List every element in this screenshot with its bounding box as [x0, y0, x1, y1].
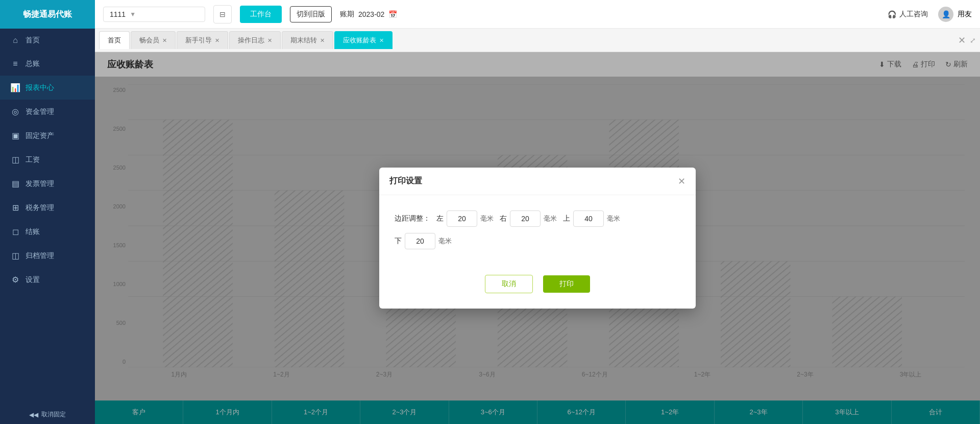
tab-guide-close[interactable]: ✕ [215, 37, 219, 44]
tabs-close-all-button[interactable]: ✕ [958, 35, 966, 46]
user-menu[interactable]: 👤 用友 [938, 7, 972, 22]
switch-version-button[interactable]: 切到旧版 [290, 6, 332, 22]
tab-guide[interactable]: 新手引导 ✕ [177, 31, 228, 49]
tabs-expand-button[interactable]: ⤢ [970, 36, 976, 44]
support-label: 人工咨询 [899, 10, 928, 19]
home-icon: ⌂ [10, 36, 20, 45]
company-dropdown-arrow: ▼ [130, 11, 136, 18]
tab-log-close[interactable]: ✕ [267, 37, 272, 44]
tab-period-end[interactable]: 期末结转 ✕ [282, 31, 333, 49]
tab-bar: 首页 畅会员 ✕ 新手引导 ✕ 操作日志 ✕ 期末结转 ✕ 应收账龄表 ✕ [95, 29, 980, 52]
copy-icon-btn[interactable]: ⊟ [213, 5, 232, 23]
workbench-button[interactable]: 工作台 [240, 6, 282, 23]
sidebar-logo: 畅捷通易代账 [0, 0, 95, 29]
user-name: 用友 [958, 10, 972, 19]
dialog-body: 边距调整： 左 毫米 右 毫米 [379, 195, 696, 265]
tabs-right-controls: ✕ ⤢ [958, 35, 976, 46]
sidebar-item-funds[interactable]: ◎ 资金管理 [0, 100, 95, 124]
tab-receivable-close[interactable]: ✕ [379, 37, 384, 44]
tab-vip-label: 畅会员 [139, 36, 159, 45]
left-dir-label: 左 [436, 214, 444, 223]
calendar-icon[interactable]: 📅 [388, 10, 397, 18]
right-dir-label: 右 [500, 214, 507, 223]
top-margin-group: 上 毫米 [563, 210, 620, 227]
company-name: 1111 [110, 10, 126, 18]
collapse-label: 取消固定 [41, 410, 66, 419]
archive-icon: ◫ [10, 251, 20, 261]
checkout-icon: ◻ [10, 227, 20, 237]
sidebar-item-label: 首页 [26, 36, 40, 45]
sidebar-item-label: 资金管理 [26, 107, 54, 116]
top-unit: 毫米 [607, 214, 620, 223]
left-unit: 毫米 [480, 214, 494, 223]
content-area: 应收账龄表 ⬇ 下载 🖨 打印 ↻ 刷新 [95, 52, 980, 424]
top-margin-input[interactable] [573, 210, 604, 227]
topbar: 1111 ▼ ⊟ 工作台 切到旧版 账期 2023-02 📅 🎧 人工咨询 [95, 0, 980, 29]
left-margin-input[interactable] [447, 210, 477, 227]
period-label: 账期 [340, 10, 354, 19]
margin-label: 边距调整： [395, 214, 430, 223]
dialog-title: 打印设置 [389, 176, 422, 186]
switch-label: 切到旧版 [297, 10, 325, 18]
topbar-right: 🎧 人工咨询 👤 用友 [888, 7, 972, 22]
period-value: 2023-02 [358, 10, 384, 18]
tax-icon: ⊞ [10, 203, 20, 213]
sidebar-item-label: 税务管理 [26, 203, 54, 213]
sidebar-item-ledger[interactable]: ≡ 总账 [0, 52, 95, 76]
sidebar-item-invoice[interactable]: ▤ 发票管理 [0, 172, 95, 196]
dialog-close-button[interactable]: ✕ [678, 177, 685, 186]
sidebar-item-salary[interactable]: ◫ 工资 [0, 148, 95, 172]
company-selector[interactable]: 1111 ▼ [103, 7, 205, 22]
tab-period-end-label: 期末结转 [290, 36, 317, 45]
right-unit: 毫米 [544, 214, 557, 223]
sidebar-item-label: 工资 [26, 155, 40, 164]
sidebar-item-tax[interactable]: ⊞ 税务管理 [0, 196, 95, 220]
salary-icon: ◫ [10, 155, 20, 164]
collapse-arrow: ◀◀ [29, 411, 38, 418]
sidebar-item-archive[interactable]: ◫ 归档管理 [0, 244, 95, 268]
modal-overlay: 打印设置 ✕ 边距调整： 左 毫米 右 [95, 52, 980, 424]
funds-icon: ◎ [10, 107, 20, 116]
support-button[interactable]: 🎧 人工咨询 [888, 10, 928, 19]
top-dir-label: 上 [563, 214, 570, 223]
tab-home[interactable]: 首页 [99, 31, 130, 49]
assets-icon: ▣ [10, 131, 20, 140]
tab-log[interactable]: 操作日志 ✕ [229, 31, 281, 49]
sidebar-item-settings[interactable]: ⚙ 设置 [0, 268, 95, 292]
sidebar-item-label: 归档管理 [26, 251, 54, 261]
ledger-icon: ≡ [10, 59, 20, 68]
sidebar-item-label: 结账 [26, 227, 40, 237]
tab-vip[interactable]: 畅会员 ✕ [131, 31, 176, 49]
sidebar-item-home[interactable]: ⌂ 首页 [0, 29, 95, 52]
bottom-margin-input[interactable] [405, 233, 435, 249]
sidebar-item-label: 报表中心 [26, 83, 54, 92]
invoice-icon: ▤ [10, 179, 20, 189]
cancel-button[interactable]: 取消 [485, 275, 533, 293]
tab-home-label: 首页 [108, 36, 121, 45]
tab-guide-label: 新手引导 [185, 36, 212, 45]
bottom-unit: 毫米 [438, 237, 452, 246]
print-confirm-label: 打印 [559, 279, 574, 288]
sidebar-item-label: 固定资产 [26, 131, 54, 140]
bottom-margin-group: 下 毫米 [395, 233, 452, 249]
right-margin-group: 右 毫米 [500, 210, 557, 227]
print-settings-dialog: 打印设置 ✕ 边距调整： 左 毫米 右 [379, 168, 696, 309]
right-margin-input[interactable] [510, 210, 541, 227]
sidebar-item-reports[interactable]: 📊 报表中心 [0, 76, 95, 100]
workbench-label: 工作台 [250, 10, 272, 18]
sidebar-item-label: 发票管理 [26, 179, 54, 189]
tab-log-label: 操作日志 [238, 36, 264, 45]
tab-receivable-label: 应收账龄表 [343, 36, 376, 45]
sidebar-nav: ⌂ 首页 ≡ 总账 📊 报表中心 ◎ 资金管理 ▣ 固定资产 ◫ 工资 [0, 29, 95, 405]
sidebar-collapse-btn[interactable]: ◀◀ 取消固定 [0, 405, 95, 424]
tab-receivable[interactable]: 应收账龄表 ✕ [334, 31, 393, 49]
sidebar: 畅捷通易代账 ⌂ 首页 ≡ 总账 📊 报表中心 ◎ 资金管理 ▣ 固定资产 [0, 0, 95, 424]
period-display: 账期 2023-02 📅 [340, 10, 397, 19]
sidebar-item-checkout[interactable]: ◻ 结账 [0, 220, 95, 244]
sidebar-item-assets[interactable]: ▣ 固定资产 [0, 124, 95, 148]
tab-vip-close[interactable]: ✕ [162, 37, 167, 44]
tab-period-end-close[interactable]: ✕ [320, 37, 325, 44]
confirm-print-button[interactable]: 打印 [543, 275, 590, 293]
cancel-label: 取消 [502, 279, 516, 288]
headset-icon: 🎧 [888, 10, 896, 18]
